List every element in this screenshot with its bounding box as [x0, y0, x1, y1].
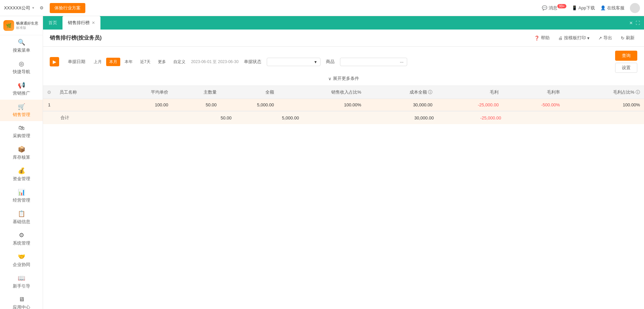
company-selector[interactable]: XXXXXX公司 ▾ [4, 5, 34, 11]
sidebar-item-marketing[interactable]: 📢 营销推广 [0, 78, 43, 100]
tab-sales-ranking[interactable]: 销售排行榜 ✕ [62, 16, 100, 30]
cell-revenue-pct: 100.00% [278, 99, 366, 111]
goods-filter-label: 商品 [326, 59, 335, 65]
top-right-actions: 💬 消息 99+ 📱 App下载 👤 在线客服 [542, 3, 640, 13]
table-body: 1 100.00 50.00 5,000.00 100.00% 30,000.0… [43, 99, 644, 111]
export-button[interactable]: ↗ 导出 [596, 34, 615, 42]
footer-gross-pct [572, 115, 640, 120]
column-settings-icon[interactable]: ⚙ [47, 90, 51, 95]
sidebar: 🌿 畅康通好生意 标准版 🔍 搜索菜单 ◎ 快捷导航 📢 营销推广 🛒 销售管理… [0, 16, 43, 309]
footer-avg-price [101, 115, 168, 120]
cell-rank: 1 [43, 99, 55, 111]
sidebar-item-sales[interactable]: 🛒 销售管理 [0, 100, 43, 121]
guide-icon: 📖 [18, 274, 25, 282]
page-title: 销售排行榜(按业务员) [50, 35, 102, 42]
cell-qty: 50.00 [172, 99, 221, 111]
tab-home[interactable]: 首页 [43, 16, 62, 30]
sidebar-item-inventory[interactable]: 📦 库存核算 [0, 142, 43, 164]
expand-icon: ∨ [328, 76, 332, 81]
date-btn-custom[interactable]: 自定义 [170, 58, 188, 66]
cell-amount: 5,000.00 [221, 99, 278, 111]
content-area: 首页 销售排行榜 ✕ ✕ ⛶ 销售排行榜(按业务员) ❓ 帮助 [43, 16, 644, 309]
sidebar-item-quick[interactable]: ◎ 快捷导航 [0, 57, 43, 78]
date-filter-label: 单据日期 [68, 59, 85, 65]
export-label: 导出 [603, 35, 612, 41]
sidebar-item-collab[interactable]: 🤝 企业协同 [0, 250, 43, 271]
logo-text: 畅康通好生意 [16, 21, 38, 25]
cell-employee-name [55, 99, 114, 111]
sidebar-label-finance: 资金管理 [13, 176, 30, 182]
data-table: ⚙ 员工名称 平均单价 主数量 全额 销售收入占比% 成本全额 ⓘ 毛利 毛利率… [43, 86, 644, 111]
col-employee-name: 员工名称 [55, 86, 114, 99]
message-button[interactable]: 💬 消息 99+ [542, 5, 566, 11]
sidebar-item-apps[interactable]: 🖥 应用中心 [0, 293, 43, 309]
sidebar-label-operations: 经营管理 [13, 197, 30, 203]
date-range-display: 2023-06-01 至 2023-06-30 [191, 59, 239, 65]
table-row: 1 100.00 50.00 5,000.00 100.00% 30,000.0… [43, 99, 644, 111]
app-download-label: App下载 [578, 5, 595, 11]
sidebar-label-search: 搜索菜单 [13, 47, 30, 53]
tab-maximize-icon[interactable]: ⛶ [636, 20, 640, 25]
help-icon: ❓ [534, 36, 540, 41]
col-gross-pct: 毛利占比% ⓘ [564, 86, 644, 99]
help-button[interactable]: ❓ 帮助 [531, 34, 552, 42]
tab-bar: 首页 销售排行榜 ✕ ✕ ⛶ [43, 16, 644, 30]
sidebar-label-inventory: 库存核算 [13, 154, 30, 160]
online-service-label: 在线客服 [607, 5, 625, 11]
sidebar-label-collab: 企业协同 [13, 262, 30, 268]
sidebar-label-apps: 应用中心 [13, 304, 30, 309]
status-select[interactable]: ▾ [267, 58, 320, 66]
service-icon: 👤 [600, 5, 606, 10]
table-area: ⚙ 员工名称 平均单价 主数量 全额 销售收入占比% 成本全额 ⓘ 毛利 毛利率… [43, 86, 644, 309]
date-btn-prev-month[interactable]: 上月 [91, 58, 105, 66]
message-badge: 99+ [557, 4, 566, 8]
query-button[interactable]: 查询 [615, 51, 637, 61]
tab-sales-label: 销售排行榜 [68, 20, 90, 26]
avatar[interactable] [630, 3, 640, 13]
col-gross-rate: 毛利率 [503, 86, 564, 99]
date-btn-7days[interactable]: 近7天 [137, 58, 154, 66]
col-amount: 全额 [221, 86, 278, 99]
tab-close-window-icon[interactable]: ✕ [629, 20, 633, 25]
collapse-filter-icon[interactable]: ▶ [50, 57, 59, 66]
message-label: 消息 [549, 5, 557, 11]
quick-icon: ◎ [19, 60, 24, 67]
goods-select[interactable]: ··· [340, 58, 407, 66]
sidebar-item-search[interactable]: 🔍 搜索菜单 [0, 35, 43, 57]
refresh-button[interactable]: ↻ 刷新 [618, 34, 637, 42]
sidebar-label-system: 系统管理 [13, 240, 30, 246]
online-service-button[interactable]: 👤 在线客服 [600, 5, 625, 11]
date-btn-cur-year[interactable]: 本年 [122, 58, 136, 66]
status-dropdown-icon: ▾ [314, 59, 317, 64]
col-gross: 毛利 [436, 86, 503, 99]
page-content: 销售排行榜(按业务员) ❓ 帮助 🖨 按模板打印 ▾ ↗ 导出 [43, 30, 644, 309]
sidebar-label-quick: 快捷导航 [13, 69, 30, 75]
print-button[interactable]: 🖨 按模板打印 ▾ [556, 34, 592, 42]
sidebar-label-purchase: 采购管理 [13, 133, 30, 139]
date-btn-more[interactable]: 更多 [155, 58, 169, 66]
sidebar-item-guide[interactable]: 📖 新手引导 [0, 271, 43, 293]
footer-amount: 5,000.00 [235, 115, 303, 120]
footer-gross: -25,000.00 [438, 115, 505, 120]
app-logo[interactable]: 🌿 畅康通好生意 标准版 [0, 16, 43, 35]
tab-close-icon[interactable]: ✕ [92, 20, 95, 25]
date-btn-cur-month[interactable]: 本月 [106, 58, 120, 66]
sidebar-label-guide: 新手引导 [13, 283, 30, 289]
trial-button[interactable]: 体验行业方案 [50, 3, 85, 13]
date-buttons: 上月 本月 本年 近7天 更多 自定义 2023-06-01 至 2023-06… [91, 58, 239, 66]
col-qty: 主数量 [172, 86, 221, 99]
sidebar-item-system[interactable]: ⚙ 系统管理 [0, 228, 43, 250]
settings-icon[interactable]: ⚙ [37, 3, 46, 13]
table-header: ⚙ 员工名称 平均单价 主数量 全额 销售收入占比% 成本全额 ⓘ 毛利 毛利率… [43, 86, 644, 99]
inventory-icon: 📦 [18, 146, 25, 153]
table-settings-button[interactable]: 设置 [615, 63, 637, 73]
sidebar-item-basic[interactable]: 📋 基础信息 [0, 207, 43, 228]
print-label: 按模板打印 [564, 35, 586, 41]
footer-cells: 50.00 5,000.00 30,000.00 -25,000.00 [101, 115, 640, 120]
sidebar-item-finance[interactable]: 💰 资金管理 [0, 164, 43, 185]
sidebar-item-purchase[interactable]: 🛍 采购管理 [0, 121, 43, 142]
app-download-button[interactable]: 📱 App下载 [572, 5, 595, 11]
expand-more-button[interactable]: ∨ 展开更多条件 [328, 75, 359, 82]
sidebar-label-basic: 基础信息 [13, 219, 30, 225]
sidebar-item-operations[interactable]: 📊 经营管理 [0, 185, 43, 207]
